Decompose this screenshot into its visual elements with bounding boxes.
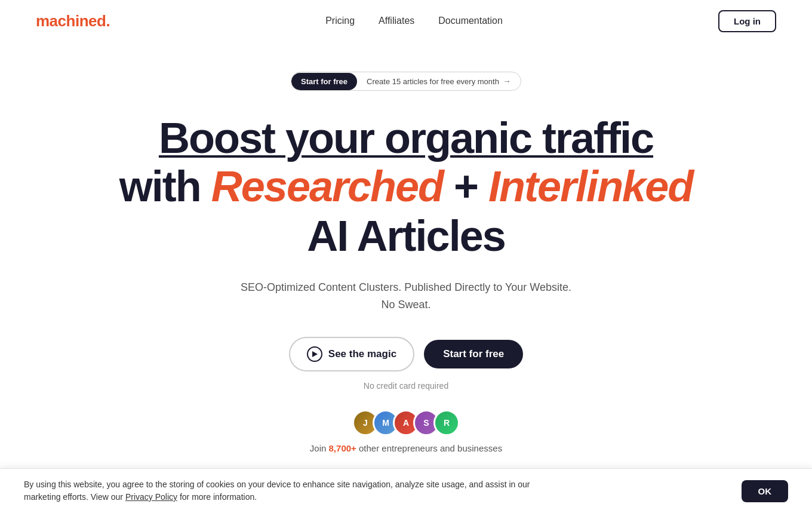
badge-start-free: Start for free [291, 73, 357, 90]
headline-with: with [119, 162, 211, 210]
join-post: other entrepreneurs and businesses [356, 443, 502, 453]
cookie-text-post: for more information. [177, 492, 257, 502]
start-free-button[interactable]: Start for free [424, 340, 523, 368]
nav-affiliates[interactable]: Affiliates [379, 16, 414, 26]
login-button[interactable]: Log in [718, 10, 776, 32]
navbar: machined. Pricing Affiliates Documentati… [0, 0, 812, 42]
cookie-text: By using this website, you agree to the … [24, 478, 561, 503]
cta-row: See the magic Start for free [24, 337, 788, 371]
headline-researched: Researched [211, 162, 443, 210]
avatar-5: R [433, 410, 460, 436]
nav-pricing[interactable]: Pricing [325, 16, 355, 26]
headline-plus: + [443, 162, 488, 210]
see-magic-button[interactable]: See the magic [289, 337, 414, 371]
nav-links: Pricing Affiliates Documentation [325, 16, 503, 26]
join-count: 8,700+ [329, 443, 356, 453]
social-proof: J M A S R Join 8,700+ other entrepreneur… [24, 410, 788, 453]
see-magic-label: See the magic [328, 348, 396, 360]
brand-name: machined [36, 12, 106, 30]
play-triangle-icon [312, 351, 318, 357]
headline-line1: Boost your organic traffic [24, 115, 788, 162]
headline-line3: AI Articles [24, 211, 788, 261]
cookie-text-pre: By using this website, you agree to the … [24, 480, 530, 502]
privacy-policy-link[interactable]: Privacy Policy [125, 492, 177, 502]
headline-interlinked: Interlinked [488, 162, 693, 210]
hero-subtext: SEO-Optimized Content Clusters. Publishe… [233, 279, 579, 314]
brand-dot: . [106, 12, 110, 30]
hero-section: Start for free Create 15 articles for fr… [0, 42, 812, 477]
logo[interactable]: machined. [36, 12, 110, 30]
cookie-ok-button[interactable]: OK [742, 480, 789, 502]
join-pre: Join [310, 443, 329, 453]
play-icon [307, 346, 322, 362]
top-badge[interactable]: Start for free Create 15 articles for fr… [291, 72, 521, 91]
headline-ai-articles: AI Articles [307, 212, 505, 260]
avatar-group: J M A S R [352, 410, 460, 436]
headline-underline: Boost your organic traffic [159, 114, 653, 162]
headline-line2: with Researched + Interlinked [24, 162, 788, 211]
badge-arrow-icon: → [503, 76, 511, 86]
nav-documentation[interactable]: Documentation [438, 16, 503, 26]
join-text: Join 8,700+ other entrepreneurs and busi… [310, 443, 502, 453]
no-credit-text: No credit card required [24, 381, 788, 391]
cookie-banner: By using this website, you agree to the … [0, 468, 812, 513]
badge-description: Create 15 articles for free every month … [357, 72, 521, 90]
